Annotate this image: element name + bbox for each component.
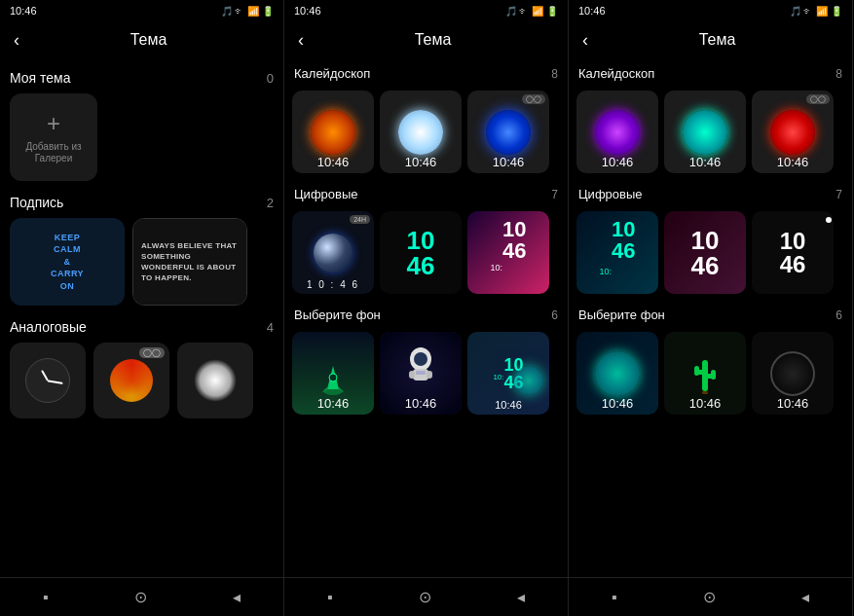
flower-bg-small bbox=[514, 366, 543, 395]
analog-clock-card[interactable] bbox=[10, 343, 86, 418]
clock-face bbox=[25, 358, 70, 403]
flower-white-time: 10:46 bbox=[380, 155, 462, 169]
digital-planet-card[interactable]: 24H 1 0 : 4 6 bbox=[292, 211, 374, 294]
flower-dark-card[interactable]: 10:46 bbox=[576, 332, 658, 415]
flower-orange-card[interactable]: 10:46 bbox=[292, 91, 374, 173]
nav-square-3[interactable]: ▪ bbox=[596, 585, 633, 610]
bg-header-3: Выберите фон 6 bbox=[576, 304, 844, 326]
digital-mixed-content: 10: 10 46 bbox=[467, 211, 549, 294]
nav-back-2[interactable]: ◂ bbox=[501, 584, 540, 610]
dot-spiral-graphic bbox=[110, 359, 153, 402]
white-spiral-card[interactable] bbox=[177, 343, 253, 418]
white-dot bbox=[826, 217, 832, 223]
digital-mixed-card[interactable]: 10: 10 46 bbox=[467, 211, 549, 294]
digital-name-2: Цифровые bbox=[294, 187, 358, 201]
bg-grid-3: 10:46 10:46 bbox=[576, 332, 844, 415]
status-bar-1: 10:46 🎵 ᯤ 📶 🔋 bbox=[0, 0, 283, 21]
kaleidoscope-count-2: 8 bbox=[551, 67, 558, 81]
digital-dot-m: 46 bbox=[780, 253, 806, 276]
nav-home-1[interactable]: ⊙ bbox=[119, 584, 163, 610]
astronaut-card[interactable]: 10:46 bbox=[380, 332, 462, 415]
digital-white-card[interactable]: 10 46 bbox=[664, 211, 746, 294]
white-spiral-graphic bbox=[194, 359, 237, 402]
digital-teal-colon: 10: bbox=[600, 267, 613, 286]
nav-home-2[interactable]: ⊙ bbox=[403, 584, 447, 610]
back-button-3[interactable]: ‹ bbox=[582, 30, 588, 51]
keep-calm-card[interactable]: KEEPCALM&CARRYON bbox=[10, 218, 125, 306]
nav-back-1[interactable]: ◂ bbox=[217, 584, 256, 610]
add-label: Добавить из Галереи bbox=[10, 141, 97, 164]
flower-bg-card[interactable]: 10: 10 46 10:46 bbox=[467, 332, 549, 415]
status-time-3: 10:46 bbox=[578, 5, 606, 17]
flower-white-card[interactable]: 10:46 bbox=[380, 91, 462, 173]
digital-mixed-numbers: 10 46 bbox=[502, 219, 526, 262]
digital-white-h: 10 bbox=[691, 228, 720, 253]
flower-blue-graphic bbox=[486, 110, 531, 155]
cactus-card[interactable]: 10:46 bbox=[664, 332, 746, 415]
svg-rect-9 bbox=[427, 371, 432, 379]
analog-count: 4 bbox=[267, 320, 274, 335]
digital-dot-content: 10 46 bbox=[752, 211, 834, 294]
status-bar-3: 10:46 🎵 ᯤ 📶 🔋 bbox=[569, 0, 852, 21]
astronaut-svg bbox=[405, 347, 436, 384]
analog-header: Аналоговые 4 bbox=[10, 319, 274, 335]
flower-bg-time: 10:46 bbox=[467, 399, 549, 411]
header-1: ‹ Тема bbox=[0, 21, 283, 58]
flower-orange-graphic bbox=[311, 110, 355, 155]
subscription-header: Подпись 2 bbox=[10, 195, 274, 210]
kaleidoscope-header-3: Калейдоскоп 8 bbox=[576, 62, 844, 85]
kaleidoscope-count-3: 8 bbox=[835, 67, 842, 81]
digital-name-3: Цифровые bbox=[578, 187, 643, 201]
bg-grid-2: 10:46 10:46 bbox=[292, 332, 560, 415]
svg-rect-15 bbox=[711, 370, 716, 380]
scenery-card[interactable]: 10:46 bbox=[292, 332, 374, 415]
bg-count-3: 6 bbox=[835, 308, 842, 322]
back-button-1[interactable]: ‹ bbox=[14, 30, 19, 51]
panel-1: 10:46 🎵 ᯤ 📶 🔋 ‹ Тема Моя тема 0 + Добави… bbox=[0, 0, 284, 616]
digital-mixed-colon: 10: bbox=[491, 263, 503, 286]
keep-calm-text: KEEPCALM&CARRYON bbox=[45, 226, 90, 299]
dot-spiral-card[interactable]: ◯◯ bbox=[93, 343, 169, 418]
digital-mixed-hour: 10 bbox=[502, 219, 526, 240]
analog-title: Аналоговые bbox=[10, 319, 87, 335]
kaleidoscope-grid-2: 10:46 10:46 ◯◯ 10:46 bbox=[292, 91, 560, 173]
bg-name-3: Выберите фон bbox=[578, 308, 665, 322]
analog-cards: ◯◯ bbox=[10, 343, 274, 418]
digital-header-2: Цифровые 7 bbox=[292, 183, 560, 205]
dark-flower-graphic bbox=[770, 351, 815, 396]
bottom-nav-3: ▪ ⊙ ◂ bbox=[569, 577, 852, 616]
status-icons-3: 🎵 ᯤ 📶 🔋 bbox=[790, 6, 842, 17]
flower-teal-card[interactable]: 10:46 bbox=[664, 91, 746, 173]
plus-icon: + bbox=[47, 110, 60, 137]
flower-orange-time: 10:46 bbox=[292, 155, 374, 169]
digital-mixed-min: 46 bbox=[502, 240, 526, 262]
dark-flower-card[interactable]: 10:46 bbox=[752, 332, 834, 415]
nav-square-1[interactable]: ▪ bbox=[27, 585, 64, 610]
back-button-2[interactable]: ‹ bbox=[298, 30, 304, 51]
flower-dark-graphic bbox=[595, 351, 640, 396]
nav-home-3[interactable]: ⊙ bbox=[687, 584, 731, 610]
flower-purple-card[interactable]: 10:46 bbox=[576, 91, 658, 173]
digital-dot-h: 10 bbox=[780, 230, 806, 253]
bg-header-2: Выберите фон 6 bbox=[292, 304, 560, 326]
bottom-nav-1: ▪ ⊙ ◂ bbox=[0, 577, 283, 616]
flower-red-card[interactable]: ◯◯ 10:46 bbox=[752, 91, 834, 173]
svg-rect-13 bbox=[694, 366, 699, 376]
flower-white-graphic bbox=[398, 110, 443, 155]
digital-cyan-card[interactable]: 10 46 bbox=[380, 211, 462, 294]
cactus-svg bbox=[690, 352, 720, 395]
nav-back-3[interactable]: ◂ bbox=[786, 584, 825, 610]
flower-red-graphic bbox=[770, 110, 815, 155]
nav-square-2[interactable]: ▪ bbox=[312, 585, 349, 610]
flower-bg-colon: 10: bbox=[493, 373, 503, 391]
kaleidoscope-name-3: Калейдоскоп bbox=[578, 66, 654, 81]
scenery-time: 10:46 bbox=[292, 396, 374, 411]
always-believe-card[interactable]: ALWAYS BELIEVE THAT SOMETHING WONDERFUL … bbox=[132, 218, 247, 306]
toggle-badge-1: ◯◯ bbox=[139, 347, 165, 358]
svg-rect-8 bbox=[409, 371, 415, 379]
panel-1-content: Моя тема 0 + Добавить из Галереи Подпись… bbox=[0, 58, 283, 577]
digital-teal-card[interactable]: 10: 10 46 bbox=[576, 211, 658, 294]
add-from-gallery-card[interactable]: + Добавить из Галереи bbox=[10, 93, 97, 181]
flower-blue-card[interactable]: ◯◯ 10:46 bbox=[467, 91, 549, 173]
digital-dot-card[interactable]: 10 46 bbox=[752, 211, 834, 294]
